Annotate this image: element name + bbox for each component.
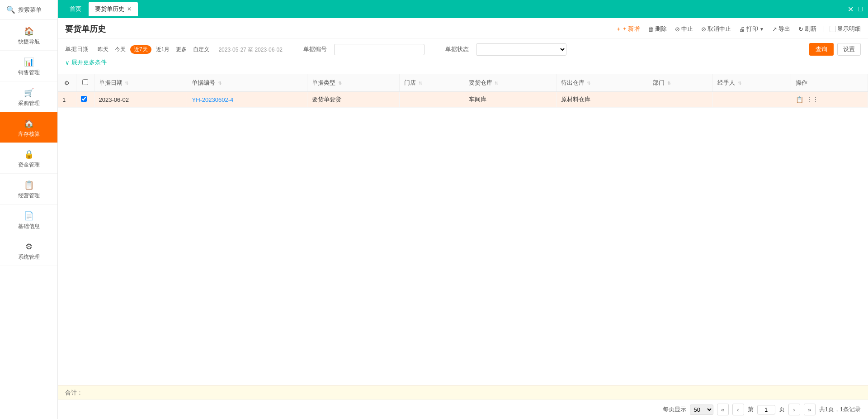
row-edit-icon[interactable]: 📋: [796, 96, 803, 103]
sidebar: 🔍 搜索菜单 🏠 快捷导航 📊 销售管理 🛒 采购管理 🏠 库存核算 🔒 资金管…: [0, 0, 58, 419]
th-pending-warehouse[interactable]: 待出仓库 ⇅: [556, 74, 648, 92]
window-close-icon[interactable]: ✕: [848, 5, 854, 14]
refresh-button[interactable]: ↻ 刷新: [797, 24, 818, 34]
cell-doc-type: 要货单要货: [307, 92, 399, 108]
operation-icon: 📋: [24, 180, 34, 190]
th-store[interactable]: 门店 ⇅: [399, 74, 464, 92]
sidebar-item-operation[interactable]: 📋 经营管理: [0, 174, 57, 205]
sidebar-item-inventory[interactable]: 🏠 库存核算: [0, 112, 57, 143]
th-handler[interactable]: 经手人 ⇅: [713, 74, 791, 92]
display-detail-label: 显示明细: [837, 25, 861, 33]
sort-icon: ⇅: [125, 81, 128, 86]
print-chevron-icon: ▼: [760, 27, 764, 32]
date-range-wrap: 2023-05-27 至 2023-06-02: [218, 45, 282, 54]
status-select[interactable]: [476, 43, 566, 56]
new-button[interactable]: ＋ + 新增: [614, 24, 642, 34]
sidebar-item-label: 采购管理: [18, 100, 40, 107]
expand-label: 展开更多条件: [71, 58, 107, 67]
col-handler-label: 经手人: [717, 79, 735, 86]
first-page-btn[interactable]: «: [717, 404, 729, 415]
th-doc-no[interactable]: 单据编号 ⇅: [187, 74, 307, 92]
cell-checkbox[interactable]: [76, 92, 94, 108]
refresh-icon: ↻: [798, 26, 803, 33]
sidebar-item-label: 资金管理: [18, 161, 40, 169]
row-more-icon[interactable]: ⋮⋮: [806, 96, 819, 103]
th-ops: 操作: [791, 74, 868, 92]
col-pending-wh-label: 待出仓库: [561, 79, 585, 86]
inventory-icon: 🏠: [24, 119, 34, 129]
last-page-btn[interactable]: »: [804, 404, 816, 415]
col-store-label: 门店: [404, 79, 416, 86]
date-btn-7days[interactable]: 近7天: [130, 45, 151, 54]
sidebar-item-shortcut[interactable]: 🏠 快捷导航: [0, 20, 57, 51]
cancel-stop-button[interactable]: ⊘ 取消中止: [699, 24, 733, 34]
sidebar-item-finance[interactable]: 🔒 资金管理: [0, 143, 57, 174]
system-icon: ⚙: [25, 242, 33, 252]
sidebar-item-purchase[interactable]: 🛒 采购管理: [0, 81, 57, 112]
page-size-select[interactable]: 50 100: [690, 405, 713, 415]
delete-button[interactable]: 🗑 删除: [646, 24, 669, 34]
th-req-warehouse[interactable]: 要货仓库 ⇅: [464, 74, 556, 92]
search-button[interactable]: 查询: [809, 43, 834, 56]
refresh-label: 刷新: [805, 25, 816, 33]
cell-doc-no: YH-20230602-4: [187, 92, 307, 108]
sort-icon-5: ⇅: [495, 81, 498, 86]
sidebar-search[interactable]: 🔍 搜索菜单: [0, 0, 57, 20]
action-buttons: 查询 设置: [809, 43, 861, 56]
prev-page-btn[interactable]: ‹: [732, 404, 744, 415]
page-title: 要货单历史: [65, 24, 106, 34]
th-settings[interactable]: ⚙: [58, 74, 76, 92]
settings-button[interactable]: 设置: [837, 43, 861, 56]
cancel-stop-icon: ⊘: [701, 26, 706, 33]
col-dept-label: 部门: [653, 79, 665, 86]
main-area: 首页 要货单历史 ✕ ✕ □ 要货单历史 ＋ + 新增 🗑 删除: [58, 0, 868, 419]
main-table: ⚙ 单据日期 ⇅ 单据编号 ⇅ 单据类型: [58, 74, 868, 108]
table-footer: 合计：: [58, 386, 868, 400]
total-label: 合计：: [65, 389, 83, 396]
sidebar-item-base[interactable]: 📄 基础信息: [0, 205, 57, 235]
cell-store: [399, 92, 464, 108]
date-btn-custom[interactable]: 自定义: [191, 45, 211, 54]
th-dept[interactable]: 部门 ⇅: [648, 74, 713, 92]
display-detail-checkbox[interactable]: [830, 26, 836, 32]
sidebar-item-label: 经营管理: [18, 192, 40, 200]
page-size-label: 每页显示: [663, 405, 686, 414]
action-divider: [824, 26, 824, 32]
tab-home[interactable]: 首页: [63, 2, 88, 16]
purchase-icon: 🛒: [24, 88, 34, 98]
th-checkbox[interactable]: [76, 74, 94, 92]
doc-no-label: 单据编号: [303, 45, 327, 53]
sidebar-item-label: 快捷导航: [18, 38, 40, 46]
expand-more-btn[interactable]: ∨ 展开更多条件: [65, 58, 107, 67]
new-label: + 新增: [623, 25, 640, 33]
cell-handler: [713, 92, 791, 108]
date-btn-yesterday[interactable]: 昨天: [96, 45, 110, 54]
export-button[interactable]: ↗ 导出: [770, 24, 792, 34]
tab-close-icon[interactable]: ✕: [127, 6, 132, 12]
tab-history[interactable]: 要货单历史 ✕: [89, 2, 138, 16]
select-all-checkbox[interactable]: [82, 79, 88, 85]
date-filter-label: 单据日期: [65, 45, 89, 53]
sort-icon-3: ⇅: [338, 81, 342, 86]
stop-icon: ⊘: [675, 26, 680, 33]
row-checkbox[interactable]: [81, 96, 87, 102]
th-doc-date[interactable]: 单据日期 ⇅: [94, 74, 187, 92]
stop-button[interactable]: ⊘ 中止: [673, 24, 695, 34]
display-detail-btn[interactable]: 显示明细: [830, 25, 861, 33]
content-area: 要货单历史 ＋ + 新增 🗑 删除 ⊘ 中止 ⊘ 取消中止: [58, 18, 868, 419]
doc-no-input[interactable]: [334, 44, 425, 55]
th-doc-type[interactable]: 单据类型 ⇅: [307, 74, 399, 92]
sidebar-item-sales[interactable]: 📊 销售管理: [0, 51, 57, 81]
print-button[interactable]: 🖨 打印 ▼: [737, 24, 766, 34]
date-btn-1month[interactable]: 近1月: [154, 45, 172, 54]
doc-no-link[interactable]: YH-20230602-4: [192, 96, 233, 103]
table-wrap: ⚙ 单据日期 ⇅ 单据编号 ⇅ 单据类型: [58, 74, 868, 386]
date-btn-today[interactable]: 今天: [113, 45, 127, 54]
next-page-btn[interactable]: ›: [788, 404, 800, 415]
date-btn-more[interactable]: 更多: [174, 45, 189, 54]
page-input[interactable]: [757, 405, 775, 414]
page-jump-label: 第: [748, 405, 754, 414]
sidebar-item-system[interactable]: ⚙ 系统管理: [0, 235, 57, 266]
filter-dates: 昨天 今天 近7天 近1月 更多 自定义: [96, 45, 211, 54]
window-minimize-icon[interactable]: □: [858, 5, 863, 13]
